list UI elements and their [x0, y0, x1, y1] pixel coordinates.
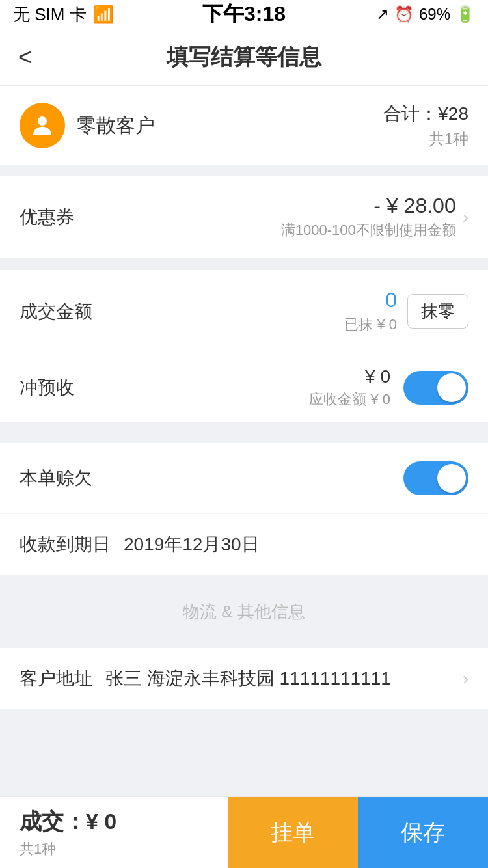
logistics-label: 物流 & 其他信息	[183, 601, 305, 623]
bottom-deal-row: 成交：¥ 0	[20, 807, 208, 837]
address-label: 客户地址	[20, 666, 92, 691]
deal-amount-label: 成交金额	[20, 299, 92, 324]
address-value: 张三 海淀永丰科技园 11111111111	[105, 666, 391, 691]
address-left: 客户地址 张三 海淀永丰科技园 11111111111	[20, 666, 391, 691]
sheqian-section: 本单赊欠 收款到期日 2019年12月30日	[0, 443, 488, 575]
deal-amount-right: 0 已抹 ¥ 0 抹零	[344, 288, 468, 334]
toggle-knob	[437, 373, 466, 402]
coupon-right-wrapper: - ¥ 28.00 满1000-100不限制使用金额	[281, 194, 456, 240]
chong-right: ¥ 0 应收金额 ¥ 0	[309, 366, 468, 409]
deal-amount-row: 成交金额 0 已抹 ¥ 0 抹零	[0, 270, 488, 353]
back-button[interactable]: <	[18, 44, 32, 71]
customer-section: 零散客户 合计：¥28 共1种	[0, 86, 488, 165]
chong-sub-value: 应收金额 ¥ 0	[309, 390, 390, 409]
save-button[interactable]: 保存	[358, 797, 488, 869]
customer-name: 零散客户	[77, 113, 155, 139]
hang-order-button[interactable]: 挂单	[228, 797, 358, 869]
divider-line-left	[13, 612, 170, 612]
coupon-desc: 满1000-100不限制使用金额	[281, 221, 456, 240]
status-bar-right: ↗ ⏰ 69% 🔋	[376, 5, 475, 23]
coupon-section[interactable]: 优惠券 - ¥ 28.00 满1000-100不限制使用金额 ›	[0, 176, 488, 258]
alarm-icon: ⏰	[394, 5, 414, 23]
section-gap-2	[0, 433, 488, 443]
deal-amount-sub: 已抹 ¥ 0	[344, 315, 397, 334]
deal-amount-value: 0	[385, 288, 397, 312]
customer-count: 共1种	[383, 129, 468, 150]
content-area: 零散客户 合计：¥28 共1种 优惠券 - ¥ 28.00 满1000-100不…	[0, 86, 488, 800]
chong-label: 冲预收	[20, 375, 74, 400]
logistics-divider: 物流 & 其他信息	[0, 586, 488, 638]
duedate-value: 2019年12月30日	[124, 532, 260, 557]
bottom-deal-label: 成交：	[20, 809, 86, 834]
sheqian-toggle-knob	[437, 464, 466, 493]
round-off-button[interactable]: 抹零	[407, 294, 468, 329]
chong-yushou-row: 冲预收 ¥ 0 应收金额 ¥ 0	[0, 353, 488, 422]
address-chevron-icon: ›	[463, 668, 468, 689]
duedate-label: 收款到期日	[20, 532, 111, 557]
chong-toggle[interactable]	[403, 371, 468, 405]
duedate-row: 收款到期日 2019年12月30日	[0, 514, 488, 575]
deal-amount-section: 成交金额 0 已抹 ¥ 0 抹零 冲预收 ¥ 0 应收金额 ¥ 0	[0, 270, 488, 422]
battery-icon: 🔋	[455, 5, 475, 23]
customer-total: 合计：¥28	[383, 102, 468, 126]
customer-right: 合计：¥28 共1种	[383, 102, 468, 150]
sheqian-label: 本单赊欠	[20, 466, 92, 491]
chong-values: ¥ 0 应收金额 ¥ 0	[309, 366, 390, 409]
address-row[interactable]: 客户地址 张三 海淀永丰科技园 11111111111 ›	[0, 648, 488, 709]
page-title: 填写结算等信息	[167, 42, 321, 72]
bottom-count: 共1种	[20, 839, 208, 859]
status-bar: 无 SIM 卡 📶 下午3:18 ↗ ⏰ 69% 🔋	[0, 0, 488, 29]
address-section: 客户地址 张三 海淀永丰科技园 11111111111 ›	[0, 648, 488, 709]
coupon-label: 优惠券	[20, 205, 74, 230]
chevron-right-icon: ›	[463, 207, 468, 228]
section-gap-4	[0, 638, 488, 648]
section-gap-3	[0, 575, 488, 586]
svg-point-0	[38, 116, 47, 126]
bottom-bar: 成交：¥ 0 共1种 挂单 保存	[0, 796, 488, 868]
avatar	[20, 103, 65, 148]
bottom-deal-amount: ¥ 0	[86, 809, 116, 834]
bottom-spacer	[0, 709, 488, 800]
status-bar-left: 无 SIM 卡 📶	[13, 3, 114, 26]
section-gap-1	[0, 260, 488, 270]
amount-input-wrapper: 0 已抹 ¥ 0	[344, 288, 397, 334]
user-icon	[29, 112, 56, 139]
nav-bar: < 填写结算等信息	[0, 29, 488, 86]
customer-left: 零散客户	[20, 103, 155, 148]
divider-line-right	[318, 612, 475, 612]
location-icon: ↗	[376, 5, 389, 23]
sheqian-row: 本单赊欠	[0, 443, 488, 514]
status-bar-time: 下午3:18	[202, 0, 286, 29]
battery-label: 69%	[419, 5, 450, 23]
sheqian-toggle[interactable]	[403, 461, 468, 495]
wifi-icon: 📶	[93, 5, 114, 25]
coupon-amount: - ¥ 28.00	[281, 194, 456, 218]
chong-main-value: ¥ 0	[309, 366, 390, 387]
bottom-info: 成交：¥ 0 共1种	[0, 807, 228, 859]
carrier-label: 无 SIM 卡	[13, 3, 87, 26]
coupon-right: - ¥ 28.00 满1000-100不限制使用金额 ›	[281, 194, 468, 240]
